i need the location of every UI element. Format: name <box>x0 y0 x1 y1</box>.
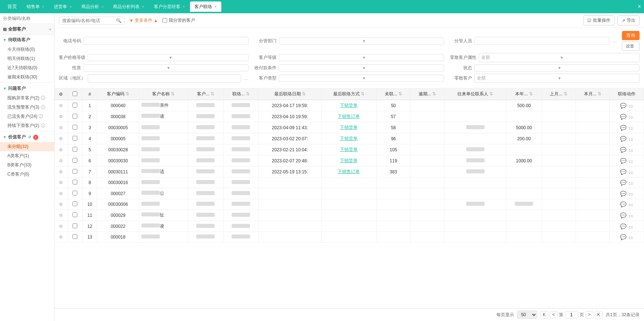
apps-icon[interactable]: ⚏ <box>629 103 633 109</box>
apps-icon[interactable]: ⚏ <box>629 234 633 240</box>
next-page-button[interactable]: > <box>585 311 593 318</box>
row-checkbox[interactable] <box>68 144 82 155</box>
chat-icon[interactable]: 💬 <box>620 234 626 240</box>
refresh-icon[interactable]: ↺ <box>28 135 31 139</box>
row-gear[interactable]: ⚙ <box>54 133 68 144</box>
status-select[interactable]: ▼ <box>474 64 640 71</box>
apps-icon[interactable]: ⚏ <box>629 125 633 131</box>
close-icon[interactable]: × <box>142 4 144 9</box>
tab-product-analysis-list[interactable]: 商品分析列表 × <box>109 1 148 12</box>
sidebar-group-problem[interactable]: ▼ 问题客户 <box>0 84 54 94</box>
row-checkbox[interactable] <box>68 188 82 199</box>
export-button[interactable]: ↗ 导出 <box>617 15 640 25</box>
row-gear[interactable]: ⚙ <box>54 232 68 243</box>
chat-icon[interactable]: 💬 <box>620 212 626 218</box>
sidebar-item-week-pending[interactable]: 近7天待联络(0) <box>0 63 54 73</box>
chat-icon[interactable]: 💬 <box>620 136 626 142</box>
col-header-this-year[interactable]: 本年... ⇅ <box>506 88 542 100</box>
close-icon[interactable]: × <box>183 4 185 9</box>
chat-icon[interactable]: 💬 <box>620 103 626 109</box>
page-size-select[interactable]: 20 50 100 200 <box>517 311 537 319</box>
phone-input[interactable] <box>83 37 249 45</box>
chat-icon[interactable]: 💬 <box>620 191 626 197</box>
sidebar-group-pending[interactable]: ▼ 待联络客户 <box>0 35 54 45</box>
apps-icon[interactable]: ⚏ <box>629 212 633 218</box>
chat-icon[interactable]: 💬 <box>620 147 626 153</box>
sidebar-group-value[interactable]: ▼ 价值客户 ↺ ! <box>0 132 54 142</box>
row-gear[interactable]: ⚙ <box>54 177 68 188</box>
sidebar-all-customers[interactable]: ⊞ 全部客户 « <box>0 24 54 35</box>
apps-icon[interactable]: ⚏ <box>629 136 633 142</box>
search-icon[interactable]: 🔍 <box>116 18 122 23</box>
col-header-last-date[interactable]: 最后联络日期 ⇅ <box>259 88 321 100</box>
more-conditions-button[interactable]: ▼ 更多条件 ▲ <box>129 17 158 24</box>
sidebar-item-abnormal-hoarding[interactable]: 囤购异常客户(2) ⓘ <box>0 94 54 103</box>
row-checkbox[interactable] <box>68 155 82 166</box>
col-header-last-month[interactable]: 上月... ⇅ <box>542 88 576 100</box>
apps-icon[interactable]: ⚏ <box>629 191 633 197</box>
tab-product-analysis[interactable]: 商品分析 × <box>77 1 108 12</box>
apps-icon[interactable]: ⚏ <box>629 223 633 229</box>
price-level-select[interactable]: ▼ <box>88 54 249 61</box>
col-header-unliaised[interactable]: 未联... ⇅ <box>376 88 410 100</box>
row-gear[interactable]: ⚙ <box>54 122 68 133</box>
sidebar-item-overdue-contact[interactable]: 逾期未联络(30) <box>0 73 54 82</box>
apps-icon[interactable]: ⚏ <box>629 147 633 153</box>
sidebar-item-today-pending[interactable]: 今天待联络(0) <box>0 45 54 54</box>
last-page-button[interactable]: K <box>595 311 603 318</box>
sidebar-item-class-a[interactable]: A类客户(1) <box>0 151 54 160</box>
row-gear[interactable]: ⚙ <box>54 144 68 155</box>
my-customers-check[interactable] <box>162 18 167 23</box>
retail-attr-select[interactable]: 全部 ▼ <box>479 53 640 62</box>
close-window-icon[interactable]: × <box>638 3 641 10</box>
apps-icon[interactable]: ⚏ <box>629 114 633 120</box>
chat-icon[interactable]: 💬 <box>620 201 626 207</box>
col-header-this-month[interactable]: 本月... ⇅ <box>576 88 609 100</box>
chat-icon[interactable]: 💬 <box>620 180 626 186</box>
col-header-overdue[interactable]: 逾期... ⇅ <box>410 88 444 100</box>
row-gear[interactable]: ⚙ <box>54 199 68 210</box>
sidebar-search-input[interactable] <box>3 16 54 21</box>
reset-button[interactable]: 设置 <box>622 42 640 51</box>
col-header-partner-contact[interactable]: 往来单位联系人 ⇅ <box>444 88 506 100</box>
payment-select[interactable]: ▼ <box>279 64 444 71</box>
row-gear[interactable]: ⚙ <box>54 155 68 166</box>
row-checkbox[interactable] <box>68 100 82 111</box>
row-checkbox[interactable] <box>68 199 82 210</box>
customer-type-select[interactable]: ▼ <box>279 75 444 82</box>
col-header-name[interactable]: 客户名称 ⇅ <box>139 88 188 100</box>
row-gear[interactable]: ⚙ <box>54 210 68 221</box>
retail-customer-select[interactable]: 全部 ▼ <box>474 74 640 83</box>
filter-search-input[interactable] <box>62 18 114 23</box>
tab-customer-contact[interactable]: 客户联络 × <box>190 1 221 12</box>
col-header-code[interactable]: 客户编码 ⇅ <box>97 88 139 100</box>
region-input[interactable] <box>88 74 241 82</box>
row-checkbox[interactable] <box>68 122 82 133</box>
sidebar-item-class-b[interactable]: B类客户(33) <box>0 160 54 170</box>
apps-icon[interactable]: ⚏ <box>629 158 633 164</box>
row-gear[interactable]: ⚙ <box>54 188 68 199</box>
tab-purchase-order[interactable]: 进货单 × <box>49 1 76 12</box>
chevron-left-icon[interactable]: « <box>49 27 51 31</box>
close-icon[interactable]: × <box>69 4 71 9</box>
tab-customer-segment[interactable]: 客户分层经客 × <box>149 1 189 12</box>
row-checkbox[interactable] <box>68 166 82 177</box>
row-checkbox[interactable] <box>68 111 82 122</box>
chat-icon[interactable]: 💬 <box>620 223 626 229</box>
row-gear[interactable]: ⚙ <box>54 166 68 177</box>
row-checkbox[interactable] <box>68 221 82 232</box>
sidebar-item-class-c[interactable]: C类客户(6) <box>0 170 54 179</box>
prev-page-button[interactable]: < <box>550 311 557 318</box>
row-gear[interactable]: ⚙ <box>54 111 68 122</box>
sidebar-item-churn-warning[interactable]: 流失预警客户(3) ⓘ <box>0 103 54 112</box>
tab-home[interactable]: 首页 <box>3 3 21 10</box>
apps-icon[interactable]: ⚏ <box>629 180 633 186</box>
row-checkbox[interactable] <box>68 232 82 243</box>
sidebar-item-ungrouped[interactable]: 未分组(32) <box>0 142 54 151</box>
close-icon[interactable]: × <box>42 4 44 9</box>
chat-icon[interactable]: 💬 <box>620 114 626 120</box>
select-all-checkbox[interactable] <box>73 91 77 96</box>
close-icon[interactable]: × <box>101 4 103 9</box>
col-header-last-method[interactable]: 最后联络方式 ⇅ <box>321 88 376 100</box>
page-number-input[interactable] <box>565 311 578 318</box>
